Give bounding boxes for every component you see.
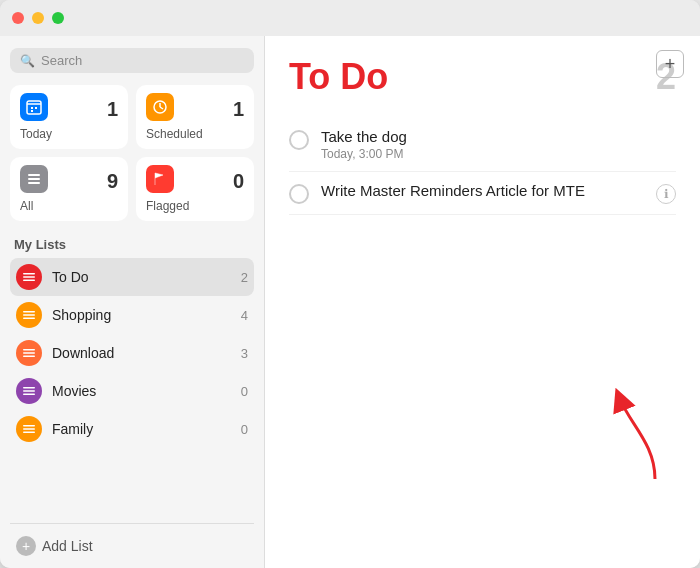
svg-rect-4 [31, 110, 33, 112]
download-name: Download [52, 345, 231, 361]
family-count: 0 [241, 422, 248, 437]
movies-count: 0 [241, 384, 248, 399]
today-count: 1 [107, 98, 118, 121]
movies-name: Movies [52, 383, 231, 399]
add-list-label: Add List [42, 538, 93, 554]
list-items: To Do 2 Shopping 4 [10, 258, 254, 523]
svg-rect-0 [27, 101, 41, 114]
minimize-button[interactable] [32, 12, 44, 24]
svg-rect-17 [23, 349, 35, 351]
reminder-item-article: Write Master Reminders Article for MTE ℹ [289, 172, 676, 215]
family-dot [16, 416, 42, 442]
today-icon [20, 93, 48, 121]
download-count: 3 [241, 346, 248, 361]
todo-name: To Do [52, 269, 231, 285]
reminder-subtitle-1: Today, 3:00 PM [321, 147, 676, 161]
svg-rect-18 [23, 352, 35, 354]
svg-rect-9 [28, 178, 40, 180]
sidebar: 🔍 Search [0, 36, 265, 568]
titlebar [0, 0, 700, 36]
svg-rect-22 [23, 394, 35, 396]
my-lists-header: My Lists [10, 237, 254, 252]
traffic-lights [12, 12, 64, 24]
smart-lists-grid: 1 Today 1 [10, 85, 254, 221]
svg-rect-8 [28, 174, 40, 176]
reminder-checkbox-2[interactable] [289, 184, 309, 204]
svg-rect-16 [23, 318, 35, 320]
movies-dot [16, 378, 42, 404]
smart-list-all[interactable]: 9 All [10, 157, 128, 221]
scheduled-count: 1 [233, 98, 244, 121]
main-title: To Do [289, 56, 388, 98]
todo-dot [16, 264, 42, 290]
main-panel: + To Do 2 Take the dog Today, 3:00 PM [265, 36, 700, 568]
list-item-shopping[interactable]: Shopping 4 [10, 296, 254, 334]
flagged-icon [146, 165, 174, 193]
svg-rect-25 [23, 432, 35, 434]
add-list-button[interactable]: + Add List [10, 523, 254, 568]
main-header: To Do 2 [289, 56, 676, 98]
close-button[interactable] [12, 12, 24, 24]
all-icon [20, 165, 48, 193]
svg-line-7 [160, 107, 163, 109]
family-name: Family [52, 421, 231, 437]
list-item-todo[interactable]: To Do 2 [10, 258, 254, 296]
svg-rect-23 [23, 425, 35, 427]
shopping-dot [16, 302, 42, 328]
svg-rect-2 [31, 107, 33, 109]
svg-rect-13 [23, 280, 35, 282]
scheduled-label: Scheduled [146, 127, 244, 141]
todo-count: 2 [241, 270, 248, 285]
add-reminder-button[interactable]: + [656, 50, 684, 78]
download-dot [16, 340, 42, 366]
svg-rect-21 [23, 390, 35, 392]
svg-rect-12 [23, 276, 35, 278]
svg-rect-14 [23, 311, 35, 313]
reminder-checkbox-1[interactable] [289, 130, 309, 150]
app-window: 🔍 Search [0, 0, 700, 568]
scheduled-icon [146, 93, 174, 121]
list-item-movies[interactable]: Movies 0 [10, 372, 254, 410]
search-placeholder: Search [41, 53, 82, 68]
content-area: 🔍 Search [0, 36, 700, 568]
list-item-family[interactable]: Family 0 [10, 410, 254, 448]
today-label: Today [20, 127, 118, 141]
flagged-count: 0 [233, 170, 244, 193]
flagged-label: Flagged [146, 199, 244, 213]
reminder-content-2: Write Master Reminders Article for MTE [321, 182, 644, 201]
shopping-name: Shopping [52, 307, 231, 323]
reminder-list: Take the dog Today, 3:00 PM Write Master… [289, 118, 676, 548]
svg-rect-24 [23, 428, 35, 430]
reminder-item-take-dog: Take the dog Today, 3:00 PM [289, 118, 676, 172]
smart-list-flagged[interactable]: 0 Flagged [136, 157, 254, 221]
maximize-button[interactable] [52, 12, 64, 24]
svg-rect-10 [28, 182, 40, 184]
all-count: 9 [107, 170, 118, 193]
svg-rect-19 [23, 356, 35, 358]
info-button[interactable]: ℹ [656, 184, 676, 204]
shopping-count: 4 [241, 308, 248, 323]
reminder-title-1: Take the dog [321, 128, 676, 145]
smart-list-today[interactable]: 1 Today [10, 85, 128, 149]
svg-rect-11 [23, 273, 35, 275]
svg-rect-20 [23, 387, 35, 389]
list-item-download[interactable]: Download 3 [10, 334, 254, 372]
svg-rect-3 [35, 107, 37, 109]
search-bar[interactable]: 🔍 Search [10, 48, 254, 73]
add-list-icon: + [16, 536, 36, 556]
svg-rect-15 [23, 314, 35, 316]
reminder-title-2: Write Master Reminders Article for MTE [321, 182, 644, 199]
smart-list-scheduled[interactable]: 1 Scheduled [136, 85, 254, 149]
reminder-content-1: Take the dog Today, 3:00 PM [321, 128, 676, 161]
search-icon: 🔍 [20, 54, 35, 68]
all-label: All [20, 199, 118, 213]
